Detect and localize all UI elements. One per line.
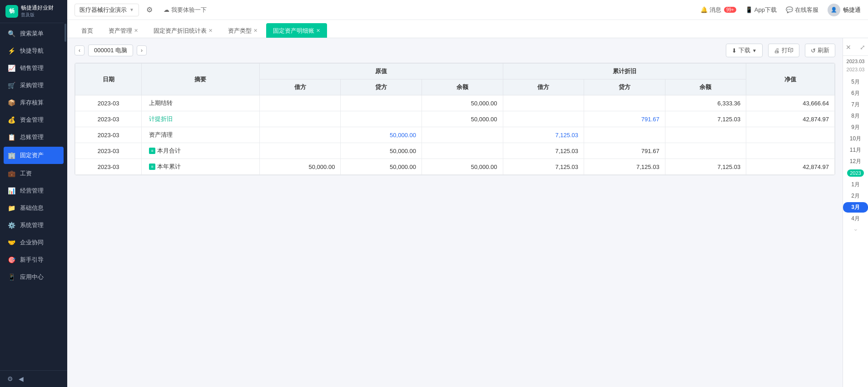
refresh-button[interactable]: ↺ 刷新: [805, 44, 835, 57]
sidebar: 畅 畅捷通好业财 普及版 🔍 搜索菜单 ⚡ 快捷导航 📈 销售管理 🛒 采购管理…: [0, 0, 67, 387]
sidebar-item-label: 经营管理: [20, 187, 44, 195]
toolbar-right: ⬇ 下载 ▼ 🖨 打印 ↺ 刷新: [726, 44, 835, 57]
cell-ov-debit: [259, 127, 341, 143]
cell-ov-credit: [341, 95, 422, 111]
th-ad-debit: 借方: [503, 79, 584, 95]
support-button[interactable]: 💬 在线客服: [786, 6, 818, 14]
current-year-badge[interactable]: 2023: [847, 169, 863, 177]
refresh-icon: ↺: [811, 47, 816, 54]
tab-asset-detail[interactable]: 固定资产明细账 ✕: [266, 23, 327, 38]
month-5[interactable]: 5月: [843, 77, 868, 87]
download-button[interactable]: ⬇ 下载 ▼: [726, 44, 763, 57]
sidebar-item-inventory[interactable]: 📦 库存核算: [0, 94, 67, 111]
month-3[interactable]: 3月: [843, 202, 868, 213]
month-8[interactable]: 8月: [843, 111, 868, 121]
purchase-icon: 🛒: [7, 82, 15, 89]
right-panel: ✕ ⤢ 2023.03 2023.03 5月 6月 7月 8月 9月 10月 1…: [843, 38, 868, 387]
cell-ov-balance: 50,000.00: [422, 95, 503, 111]
app-title: 畅捷通好业财: [21, 5, 54, 12]
tab-asset-type[interactable]: 资产类型 ✕: [221, 23, 264, 38]
sidebar-item-system[interactable]: ⚙️ 系统管理: [0, 217, 67, 234]
cell-ov-credit: 50,000.00: [341, 159, 422, 175]
cell-net-value: 42,874.97: [746, 111, 835, 127]
dropdown-icon: ▼: [129, 7, 134, 12]
sidebar-item-search[interactable]: 🔍 搜索菜单: [0, 25, 67, 42]
company-name: 医疗器械行业演示: [79, 6, 127, 14]
month-4[interactable]: 4月: [843, 213, 868, 224]
print-label: 打印: [782, 46, 794, 55]
sidebar-item-sales[interactable]: 📈 销售管理: [0, 60, 67, 77]
sidebar-item-funds[interactable]: 💰 资金管理: [0, 111, 67, 129]
month-1[interactable]: 1月: [843, 179, 868, 190]
cell-ad-debit: [503, 111, 584, 127]
sidebar-item-collab[interactable]: 🤝 企业协同: [0, 234, 67, 251]
panel-expand-button[interactable]: ⤢: [860, 44, 865, 51]
table-row: 2023-03 计提折旧 50,000.00 791.67 7,125.03 4…: [75, 111, 835, 127]
sales-icon: 📈: [7, 64, 15, 72]
asset-selector-row: ‹ 000001 电脑 › ⬇ 下载 ▼ 🖨 打印 ↺: [74, 44, 835, 57]
company-selector[interactable]: 医疗器械行业演示 ▼: [74, 4, 139, 16]
download-icon: 📱: [745, 6, 753, 13]
cell-ad-debit: [503, 95, 584, 111]
tab-home[interactable]: 首页: [74, 23, 100, 38]
collapse-icon[interactable]: ◀: [19, 375, 24, 382]
tab-asset-mgmt[interactable]: 资产管理 ✕: [102, 23, 145, 38]
cell-ad-balance: 7,125.03: [665, 111, 746, 127]
cell-summary: ≡ 本年累计: [142, 159, 260, 175]
topbar-right: 🔔 消息 99+ 📱 App下载 💬 在线客服 👤 畅捷通: [700, 4, 861, 16]
download-button[interactable]: 📱 App下载: [745, 6, 777, 14]
month-6[interactable]: 6月: [843, 88, 868, 99]
cell-ov-balance: 50,000.00: [422, 159, 503, 175]
inventory-icon: 📦: [7, 99, 15, 106]
tab-asset-type-close[interactable]: ✕: [253, 28, 258, 34]
notifications-label: 消息: [709, 6, 721, 14]
user-menu[interactable]: 👤 畅捷通: [828, 4, 861, 16]
cell-ad-debit[interactable]: 7,125.03: [503, 127, 584, 143]
sidebar-nav: 🔍 搜索菜单 ⚡ 快捷导航 📈 销售管理 🛒 采购管理 📦 库存核算 💰 资金管…: [0, 23, 67, 370]
sidebar-item-fixed-assets[interactable]: 🏢 固定资产: [4, 147, 64, 164]
month-10[interactable]: 10月: [843, 134, 868, 144]
settings-footer-icon[interactable]: ⚙: [7, 375, 13, 382]
scroll-down-icon[interactable]: ⌄: [853, 225, 858, 232]
tab-depreciation-close[interactable]: ✕: [208, 28, 213, 34]
fixed-assets-icon: 🏢: [7, 152, 15, 159]
month-11[interactable]: 11月: [843, 145, 868, 155]
month-7[interactable]: 7月: [843, 99, 868, 110]
panel-close-button[interactable]: ✕: [846, 44, 851, 51]
print-button[interactable]: 🖨 打印: [768, 44, 799, 57]
cell-ad-credit: 791.67: [584, 143, 665, 159]
refresh-label: 刷新: [818, 46, 829, 55]
month-2[interactable]: 2月: [843, 191, 868, 201]
cell-ov-credit[interactable]: 50,000.00: [341, 127, 422, 143]
panel-header: ✕ ⤢: [843, 42, 868, 53]
next-asset-button[interactable]: ›: [137, 45, 147, 55]
notifications-button[interactable]: 🔔 消息 99+: [700, 6, 736, 14]
sidebar-item-quicknav[interactable]: ⚡ 快捷导航: [0, 42, 67, 60]
basic-icon: 📁: [7, 204, 15, 212]
cell-ov-balance: [422, 143, 503, 159]
summary-link[interactable]: 计提折旧: [149, 115, 173, 122]
month-9[interactable]: 9月: [843, 122, 868, 133]
sidebar-item-apps[interactable]: 📱 应用中心: [0, 268, 67, 286]
sidebar-item-guide[interactable]: 🎯 新手引导: [0, 251, 67, 268]
tab-asset-detail-close[interactable]: ✕: [316, 28, 320, 34]
cell-ov-debit: 50,000.00: [259, 159, 341, 175]
cell-summary: 资产清理: [142, 127, 260, 143]
cell-ad-credit[interactable]: 791.67: [584, 111, 665, 127]
prev-asset-button[interactable]: ‹: [74, 45, 84, 55]
sidebar-item-salary[interactable]: 💼 工资: [0, 165, 67, 182]
tab-asset-mgmt-close[interactable]: ✕: [134, 28, 138, 34]
sidebar-item-basic[interactable]: 📁 基础信息: [0, 199, 67, 217]
settings-icon[interactable]: ⚙: [144, 4, 154, 16]
sidebar-item-label: 库存核算: [20, 99, 44, 107]
operations-icon: 📊: [7, 187, 15, 194]
experience-label: 我要体验一下: [171, 6, 207, 14]
cell-ov-balance: [422, 127, 503, 143]
sidebar-item-operations[interactable]: 📊 经营管理: [0, 182, 67, 199]
sidebar-item-purchase[interactable]: 🛒 采购管理: [0, 77, 67, 94]
tab-depreciation[interactable]: 固定资产折旧统计表 ✕: [147, 23, 219, 38]
experience-button[interactable]: ☁ 我要体验一下: [164, 6, 207, 14]
month-12[interactable]: 12月: [843, 156, 868, 167]
download-label: 下载: [739, 46, 750, 55]
sidebar-item-ledger[interactable]: 📋 总账管理: [0, 129, 67, 146]
